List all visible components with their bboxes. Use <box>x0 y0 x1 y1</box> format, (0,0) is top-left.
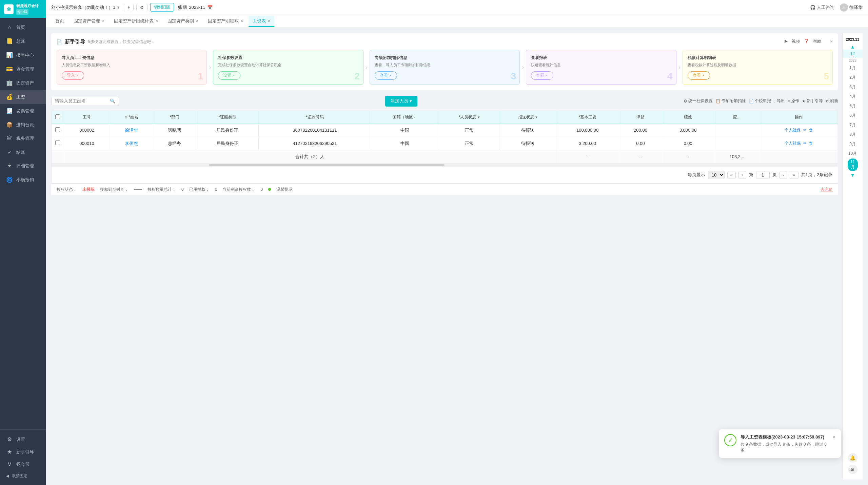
refresh-button[interactable]: ↺ 刷新 <box>826 98 838 104</box>
row-1-status: 正常 <box>439 124 499 137</box>
sidebar-item-payroll[interactable]: 💰 工资 <box>0 90 46 104</box>
row-2-social-link[interactable]: 个人社保 <box>785 141 801 146</box>
calendar-month-9[interactable]: 9月 <box>843 139 863 149</box>
submit-filter-icon[interactable]: ▾ <box>535 115 537 119</box>
tax-report-button[interactable]: 📄 个税申报 <box>749 98 771 104</box>
tab-payroll-close[interactable]: × <box>268 19 270 23</box>
add-account-button[interactable]: + <box>124 4 134 11</box>
sidebar-item-invoice[interactable]: 🧾 发票管理 <box>0 104 46 118</box>
first-page-button[interactable]: « <box>727 171 736 179</box>
sidebar-item-inventory[interactable]: 📦 进销台账 <box>0 118 46 132</box>
calendar-month-6[interactable]: 6月 <box>843 111 863 120</box>
status-filter-icon[interactable]: ▾ <box>478 115 480 119</box>
step5-button[interactable]: 查看＞ <box>688 71 710 80</box>
calendar-month-5[interactable]: 5月 <box>843 101 863 111</box>
last-page-button[interactable]: » <box>790 171 798 179</box>
tab-assets[interactable]: 固定资产管理 × <box>70 16 108 27</box>
scrollbar-thumb[interactable] <box>209 164 445 166</box>
select-all-checkbox[interactable] <box>55 114 60 119</box>
calendar-month-7[interactable]: 7月 <box>843 120 863 130</box>
row-2-delete-icon[interactable]: 🗑 <box>809 141 813 146</box>
calendar-month-10[interactable]: 10月 <box>843 149 863 158</box>
video-link[interactable]: 视频 <box>792 39 800 44</box>
auth-status-value: 未授权 <box>82 187 95 192</box>
sidebar-item-label: 首页 <box>16 24 25 31</box>
tab-asset-type-close[interactable]: × <box>196 19 198 23</box>
sidebar-item-expense[interactable]: 🌀 小畅报销 <box>0 173 46 187</box>
tab-payroll[interactable]: 工资表 × <box>249 16 274 27</box>
sidebar-item-home[interactable]: ⌂ 首页 <box>0 21 46 34</box>
wizard-step-3: 专项附加扣除信息 查看、导入员工专项附加扣除信息 查看＞ 3 <box>370 50 520 85</box>
sidebar-item-ledger[interactable]: 📒 总账 <box>0 34 46 48</box>
sidebar-item-member[interactable]: V 畅会员 <box>0 458 46 470</box>
tab-asset-detail[interactable]: 固定资产明细账 × <box>204 16 247 27</box>
support-button[interactable]: 🎧 人工咨询 <box>810 4 834 11</box>
sidebar-item-tax[interactable]: 🏛 税务管理 <box>0 132 46 145</box>
calendar-month-2[interactable]: 2月 <box>843 73 863 82</box>
calendar-month-12[interactable]: 12 <box>843 50 863 58</box>
user-menu[interactable]: 人 徐泽华 <box>840 3 863 12</box>
settings-button[interactable]: ⚙ <box>136 4 147 11</box>
prev-page-button[interactable]: ‹ <box>738 171 746 179</box>
row-1-edit-icon[interactable]: ✏ <box>803 128 807 132</box>
search-input[interactable] <box>55 98 108 104</box>
calendar-icon[interactable]: 📅 <box>207 5 213 10</box>
tab-depreciation-close[interactable]: × <box>156 19 158 23</box>
add-person-button[interactable]: 添加人员 ▾ <box>385 96 417 107</box>
tab-assets-close[interactable]: × <box>102 19 104 23</box>
row-2-name[interactable]: 李俊杰 <box>110 137 153 150</box>
export-button[interactable]: ↓ 导出 <box>774 98 785 104</box>
row-1-checkbox[interactable] <box>55 127 60 132</box>
step2-button[interactable]: 设置＞ <box>218 71 240 80</box>
row-2-checkbox[interactable] <box>55 141 60 145</box>
panel-icon-2[interactable]: ⚙ <box>848 465 857 474</box>
sidebar-item-label: 畅会员 <box>16 461 29 467</box>
tab-asset-detail-close[interactable]: × <box>241 19 243 23</box>
name-link-2[interactable]: 李俊杰 <box>125 141 138 146</box>
calendar-month-1[interactable]: 1月 <box>843 63 863 73</box>
sidebar-item-guide[interactable]: ★ 新手引导 <box>0 446 46 458</box>
tab-asset-type[interactable]: 固定资产类别 × <box>163 16 202 27</box>
calendar-month-4[interactable]: 4月 <box>843 92 863 101</box>
recharge-link[interactable]: 去充值 <box>821 187 833 192</box>
guide-button[interactable]: ★ 新手引导 <box>802 98 823 104</box>
calendar-prev-button[interactable]: ▲ <box>850 44 855 50</box>
notification-close-button[interactable]: × <box>833 434 835 440</box>
sidebar-item-archive[interactable]: 🗄 归档管理 <box>0 159 46 173</box>
per-page-select[interactable]: 10 20 50 <box>708 171 725 179</box>
row-1-name[interactable]: 徐泽华 <box>110 124 153 137</box>
calendar-month-8[interactable]: 8月 <box>843 130 863 139</box>
step3-button[interactable]: 查看＞ <box>375 71 397 80</box>
panel-icon-1[interactable]: 🔔 <box>848 453 857 463</box>
sidebar-pin-toggle[interactable]: ◀ 取消固定 <box>0 470 46 482</box>
tab-home[interactable]: 首页 <box>51 16 68 27</box>
calendar-next-button[interactable]: ▼ <box>850 172 855 178</box>
account-selector[interactable]: 刘小艳演示账套（勿删勿动！）1 ▾ <box>51 4 120 11</box>
special-deduction-button[interactable]: 📋 专项附加扣除 <box>715 98 746 104</box>
calendar-month-11[interactable]: 11月 <box>848 158 858 171</box>
row-2-edit-icon[interactable]: ✏ <box>803 141 807 146</box>
help-link[interactable]: 帮助 <box>813 39 821 44</box>
social-insurance-button[interactable]: ⚙ 统一社保设置 <box>684 98 713 104</box>
switch-version-button[interactable]: 切到旧版 <box>150 3 174 12</box>
sidebar-item-reports[interactable]: 📊 报表中心 <box>0 48 46 62</box>
period-value[interactable]: 2023-11 <box>189 5 205 10</box>
sidebar-item-settings[interactable]: ⚙ 设置 <box>0 433 46 446</box>
row-1-social-link[interactable]: 个人社保 <box>785 128 801 132</box>
wizard-close-button[interactable]: × <box>830 39 833 44</box>
page-input[interactable] <box>756 171 770 179</box>
sidebar-item-assets[interactable]: 🏢 固定资产 <box>0 76 46 90</box>
step4-button[interactable]: 查看＞ <box>531 71 553 80</box>
horizontal-scrollbar[interactable] <box>52 164 838 166</box>
next-page-button[interactable]: › <box>780 171 787 179</box>
sidebar-item-settle[interactable]: ✓ 结账 <box>0 145 46 159</box>
step1-button[interactable]: 导入＞ <box>62 71 84 80</box>
tab-depreciation[interactable]: 固定资产折旧统计表 × <box>110 16 162 27</box>
sidebar-item-funds[interactable]: 💳 资金管理 <box>0 62 46 76</box>
name-link-1[interactable]: 徐泽华 <box>125 128 138 133</box>
arrow-4: › <box>676 50 683 85</box>
calendar-month-3[interactable]: 3月 <box>843 82 863 92</box>
operate-button[interactable]: ≡ 操作 <box>788 98 799 104</box>
row-1-delete-icon[interactable]: 🗑 <box>809 128 813 132</box>
col-performance: 绩效 <box>662 111 714 124</box>
